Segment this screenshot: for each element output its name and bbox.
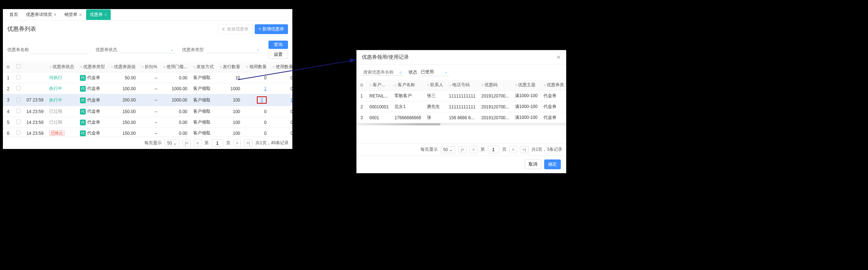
- table-row[interactable]: 2执行中代代金券100.00--1000.00客户领取100010↗⊞: [3, 83, 292, 94]
- checkbox[interactable]: [16, 64, 21, 68]
- row-time: [24, 72, 46, 83]
- col-claim[interactable]: ⇅领用数量: [243, 62, 270, 72]
- table-row[interactable]: 414 23:59已过期代代金券150.00--0.00客户领取10000↗⊞: [3, 106, 292, 117]
- tab-优惠券详情页[interactable]: 优惠券详情页✕: [22, 9, 60, 20]
- col-status[interactable]: ⇅优惠券状态: [46, 62, 77, 72]
- col-code[interactable]: ⇅优惠码: [478, 80, 512, 91]
- page-input[interactable]: [212, 139, 223, 147]
- col-discount[interactable]: ⇅折扣%: [139, 62, 160, 72]
- claim-link-highlighted[interactable]: 3: [257, 96, 267, 104]
- horizontal-scrollbar[interactable]: [357, 123, 566, 125]
- per-page-select[interactable]: 50 ⌄: [441, 146, 456, 153]
- table-row[interactable]: 1待执行代代金券50.00--0.00客户领取1000↗⊞: [3, 72, 292, 83]
- checkbox[interactable]: [16, 109, 21, 113]
- col-face[interactable]: ⇅优惠券面值: [108, 62, 139, 72]
- col-use[interactable]: ⇅使用数量: [270, 62, 292, 72]
- col-gear[interactable]: ⚙: [3, 62, 13, 72]
- col-ctype[interactable]: ⇅优惠券类: [541, 80, 566, 91]
- row-index: 1: [3, 72, 13, 83]
- row-code: 2019120700...: [478, 112, 512, 123]
- filter-name-input[interactable]: [31, 46, 88, 54]
- ok-button[interactable]: 确定: [544, 159, 561, 169]
- table-row[interactable]: 307 23:59执行中代代金券200.00--1000.00客户领取10031…: [3, 94, 292, 106]
- pagination-total: 共1页，49条记录: [255, 140, 289, 146]
- col-phone[interactable]: ⇅电话号码: [446, 80, 478, 91]
- search-icon[interactable]: ⌕: [399, 70, 402, 75]
- checkbox[interactable]: [16, 97, 21, 102]
- prev-page-button[interactable]: <: [194, 140, 202, 147]
- checkbox[interactable]: [16, 86, 21, 90]
- last-page-button[interactable]: >|: [520, 146, 529, 153]
- table-row[interactable]: 3000117666666666张156 6666 6...2019120700…: [357, 112, 566, 123]
- first-page-button[interactable]: |<: [458, 146, 467, 153]
- row-type: 代代金券: [77, 128, 108, 137]
- sort-icon: ⇅: [246, 66, 249, 69]
- close-icon[interactable]: ✕: [104, 13, 107, 17]
- tab-销货单[interactable]: 销货单✕: [61, 9, 85, 20]
- col-issue[interactable]: ⇅发行数量: [217, 62, 243, 72]
- modal-state-label: 状态: [408, 69, 417, 75]
- first-page-button[interactable]: |<: [182, 140, 191, 147]
- table-row[interactable]: 614 23:59已终止代代金券150.00--0.00客户领取10000↗⊞: [3, 128, 292, 137]
- filter-type-select[interactable]: ⌄: [206, 46, 261, 53]
- prev-page-button[interactable]: <: [470, 146, 477, 153]
- tab-优惠券[interactable]: 优惠券✕: [86, 9, 111, 20]
- voucher-icon: 代: [80, 97, 86, 103]
- filter-actions: 查询 设置: [268, 41, 288, 59]
- table-row[interactable]: 1RETAIL...零散客户张三111111111112019120700...…: [357, 91, 566, 101]
- sort-icon: ⇅: [141, 66, 144, 69]
- next-page-button[interactable]: >: [233, 140, 241, 147]
- use-link[interactable]: 1: [291, 97, 292, 103]
- modal-search-input[interactable]: [363, 70, 399, 75]
- tab-首页[interactable]: 首页: [6, 9, 22, 20]
- row-time: 07 23:59: [24, 94, 46, 106]
- table-row[interactable]: 200010001北京1唐先生111111111112019120700...满…: [357, 101, 566, 112]
- row-ctype: 代金券: [541, 112, 566, 123]
- close-icon[interactable]: ✕: [556, 54, 561, 60]
- col-custname[interactable]: ⇅客户名称: [391, 80, 424, 91]
- col-subject[interactable]: ⇅优惠主题: [512, 80, 541, 91]
- add-coupon-button[interactable]: + 新增优惠券: [255, 24, 288, 34]
- row-dist: 客户领取: [190, 106, 217, 117]
- sort-icon: ⇅: [111, 66, 113, 69]
- last-page-button[interactable]: >|: [244, 140, 253, 147]
- settings-button[interactable]: 设置: [268, 50, 288, 59]
- checkbox[interactable]: [16, 120, 21, 124]
- page-label-pre: 第: [480, 146, 485, 153]
- modal-title: 优惠券领用/使用记录: [362, 54, 409, 61]
- distribute-coupon-button[interactable]: ⊕ 发放优惠券: [218, 24, 252, 34]
- checkbox[interactable]: [16, 130, 21, 135]
- claim-link[interactable]: 1: [264, 86, 267, 91]
- row-face: 150.00: [108, 128, 139, 137]
- page-label-post: 页: [226, 140, 230, 146]
- coupon-table-wrap[interactable]: ⚙⇅优惠券状态⇅优惠券类型⇅优惠券面值⇅折扣%⇅使用门槛...⇅发放方式⇅发行数…: [3, 62, 292, 137]
- col-gear[interactable]: ⚙: [357, 80, 367, 91]
- row-type: 代代金券: [77, 106, 108, 117]
- per-page-select[interactable]: 50 ⌄: [165, 140, 179, 147]
- modal-table-wrap[interactable]: ⚙⇅客户...⇅客户名称⇅联系人⇅电话号码⇅优惠码⇅优惠主题⇅优惠券类 1RET…: [357, 80, 566, 143]
- modal-state-select[interactable]: 已使用⌄: [419, 68, 449, 76]
- col-type[interactable]: ⇅优惠券类型: [77, 62, 108, 72]
- col-threshold[interactable]: ⇅使用门槛...: [160, 62, 190, 72]
- filter-name: 优惠券名称: [7, 46, 88, 54]
- cancel-button[interactable]: 取消: [525, 159, 541, 169]
- row-use: 0: [270, 83, 292, 94]
- col-dist[interactable]: ⇅发放方式: [190, 62, 217, 72]
- col-custno[interactable]: ⇅客户...: [367, 80, 391, 91]
- row-code: 2019120700...: [478, 91, 512, 101]
- tab-label: 优惠券详情页: [26, 12, 52, 18]
- next-page-button[interactable]: >: [509, 146, 517, 153]
- sort-icon: ⇅: [515, 84, 517, 87]
- filter-type: 优惠券类型 ⌄: [182, 46, 261, 53]
- page-input[interactable]: [488, 146, 499, 153]
- row-type: 代代金券: [77, 72, 108, 83]
- close-icon[interactable]: ✕: [54, 13, 56, 17]
- page-header: 优惠券列表 ⊕ 发放优惠券 + 新增优惠券: [3, 21, 292, 38]
- filter-status-select[interactable]: ⌄: [119, 46, 175, 53]
- filter-status: 优惠券状态 ⌄: [96, 46, 175, 53]
- col-contact[interactable]: ⇅联系人: [424, 80, 446, 91]
- query-button[interactable]: 查询: [268, 41, 288, 49]
- checkbox[interactable]: [16, 75, 21, 79]
- table-row[interactable]: 514 23:59已过期代代金券150.00--0.00客户领取10000↗⊞: [3, 117, 292, 128]
- close-icon[interactable]: ✕: [79, 13, 82, 17]
